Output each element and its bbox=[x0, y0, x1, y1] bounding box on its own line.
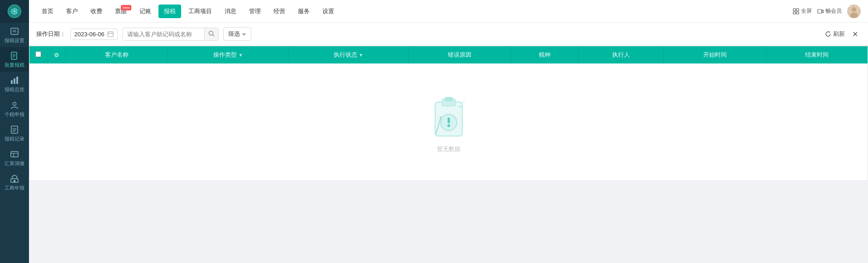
svg-rect-25 bbox=[796, 12, 799, 14]
page-body: ⚙ 客户名称 操作类型 ▼ 执行状态 bbox=[29, 46, 868, 181]
date-value: 2023-06-06 bbox=[74, 31, 105, 38]
search-icon bbox=[208, 30, 215, 37]
nav-item-clients[interactable]: 客户 bbox=[61, 5, 83, 18]
nav-item-settings[interactable]: 设置 bbox=[317, 5, 340, 18]
nav-item-bookkeeping[interactable]: 记账 bbox=[134, 5, 157, 18]
empty-state: 暂无数据 bbox=[29, 63, 868, 180]
nav-item-billing[interactable]: 收费 bbox=[85, 5, 108, 18]
svg-rect-40 bbox=[447, 117, 450, 123]
svg-rect-38 bbox=[445, 97, 453, 102]
svg-point-28 bbox=[852, 7, 856, 12]
topnav: 首页 客户 收费 票据 new 记账 报税 工商项目 消息 bbox=[29, 0, 868, 23]
app-logo-icon bbox=[8, 5, 21, 18]
sidebar-item-label: 报税记录 bbox=[5, 136, 24, 142]
close-button[interactable]: ✕ bbox=[849, 29, 861, 39]
svg-rect-22 bbox=[793, 9, 796, 11]
svg-rect-11 bbox=[16, 77, 18, 84]
personal-tax-icon bbox=[10, 100, 19, 110]
th-settings: ⚙ bbox=[48, 46, 66, 63]
th-operation-type: 操作类型 ▼ bbox=[168, 46, 288, 63]
sidebar-item-tax-settings[interactable]: 报税设置 bbox=[0, 23, 29, 47]
sidebar-item-tax-overview[interactable]: 报税总览 bbox=[0, 72, 29, 96]
svg-line-45 bbox=[462, 101, 465, 103]
th-client-name: 客户名称 bbox=[66, 46, 168, 63]
chevron-down-icon bbox=[242, 32, 246, 36]
sidebar-item-annual-report[interactable]: 工商年报 bbox=[0, 170, 29, 195]
filter-button[interactable]: 筛选 bbox=[223, 27, 251, 41]
svg-rect-13 bbox=[11, 126, 18, 133]
th-end-time: 结束时间 bbox=[766, 46, 868, 63]
sidebar-item-batch-tax[interactable]: 批量报税 bbox=[0, 47, 29, 72]
nav-item-messages[interactable]: 消息 bbox=[219, 5, 242, 18]
sidebar-item-label: 批量报税 bbox=[5, 62, 24, 68]
date-label: 操作日期： bbox=[36, 30, 66, 38]
refresh-icon bbox=[825, 31, 831, 37]
refresh-button[interactable]: 刷新 bbox=[825, 30, 845, 38]
sidebar-item-label: 报税设置 bbox=[5, 38, 24, 44]
content-area: 操作日期： 2023-06-06 bbox=[29, 23, 868, 263]
sidebar-item-label: 汇算清缴 bbox=[5, 161, 24, 166]
sort-icon: ▼ bbox=[239, 53, 243, 58]
toolbar: 操作日期： 2023-06-06 bbox=[29, 23, 868, 46]
sidebar: 报税设置 批量报税 报税总览 bbox=[0, 0, 29, 263]
nav-item-services[interactable]: 服务 bbox=[293, 5, 315, 18]
page-content: 操作日期： 2023-06-06 bbox=[29, 23, 868, 263]
user-avatar[interactable] bbox=[847, 5, 861, 18]
fullscreen-btn[interactable]: 全屏 bbox=[793, 7, 812, 15]
batch-tax-icon bbox=[10, 51, 19, 61]
svg-rect-23 bbox=[796, 9, 799, 11]
sidebar-logo bbox=[0, 0, 29, 23]
nav-item-home[interactable]: 首页 bbox=[36, 5, 59, 18]
nav-item-finance[interactable]: 经营 bbox=[268, 5, 291, 18]
svg-rect-17 bbox=[11, 151, 18, 157]
svg-point-34 bbox=[209, 31, 213, 35]
sidebar-item-label: 个税申报 bbox=[5, 112, 24, 117]
svg-rect-26 bbox=[818, 10, 822, 13]
sort-icon: ▼ bbox=[359, 53, 363, 58]
svg-rect-2 bbox=[11, 28, 18, 34]
svg-point-41 bbox=[447, 124, 450, 127]
svg-rect-21 bbox=[14, 180, 15, 182]
th-tax-type: 税种 bbox=[511, 46, 579, 63]
tax-records-icon bbox=[10, 125, 19, 135]
svg-point-44 bbox=[459, 105, 461, 108]
empty-illustration bbox=[426, 91, 471, 145]
svg-point-12 bbox=[13, 102, 16, 105]
table-container: ⚙ 客户名称 操作类型 ▼ 执行状态 bbox=[29, 46, 868, 180]
svg-rect-10 bbox=[14, 78, 15, 84]
settings-icon: ⚙ bbox=[54, 52, 59, 58]
tax-settings-icon bbox=[10, 26, 19, 36]
sidebar-item-settlement[interactable]: 汇算清缴 bbox=[0, 146, 29, 170]
topnav-items: 首页 客户 收费 票据 new 记账 报税 工商项目 消息 bbox=[36, 5, 793, 18]
th-exec-status: 执行状态 ▼ bbox=[288, 46, 409, 63]
svg-line-35 bbox=[212, 34, 214, 36]
th-start-time: 开始时间 bbox=[664, 46, 766, 63]
empty-text: 暂无数据 bbox=[437, 145, 460, 153]
calendar-icon bbox=[107, 31, 114, 37]
svg-rect-30 bbox=[108, 32, 113, 37]
topnav-right: 全屏 畅会员 bbox=[793, 5, 861, 18]
nav-item-business[interactable]: 工商项目 bbox=[183, 5, 217, 18]
search-button[interactable] bbox=[204, 28, 218, 40]
tax-overview-icon bbox=[10, 75, 19, 85]
date-picker[interactable]: 2023-06-06 bbox=[70, 29, 118, 40]
nav-item-management[interactable]: 管理 bbox=[244, 5, 266, 18]
th-executor: 执行人 bbox=[579, 46, 664, 63]
sidebar-item-tax-records[interactable]: 报税记录 bbox=[0, 121, 29, 146]
svg-rect-24 bbox=[793, 12, 796, 14]
svg-rect-9 bbox=[11, 80, 13, 84]
search-wrapper bbox=[122, 28, 219, 41]
fullscreen-icon bbox=[793, 8, 799, 15]
search-input[interactable] bbox=[123, 29, 204, 40]
sidebar-item-label: 工商年报 bbox=[5, 185, 24, 191]
svg-point-1 bbox=[13, 10, 16, 13]
nav-item-invoices[interactable]: 票据 new bbox=[110, 5, 132, 18]
main-wrapper: 首页 客户 收费 票据 new 记账 报税 工商项目 消息 bbox=[29, 0, 868, 263]
sidebar-item-personal-tax[interactable]: 个税申报 bbox=[0, 97, 29, 121]
sidebar-item-label: 报税总览 bbox=[5, 87, 24, 93]
nav-item-tax[interactable]: 报税 bbox=[158, 5, 181, 18]
member-btn[interactable]: 畅会员 bbox=[817, 7, 842, 15]
select-all-checkbox[interactable] bbox=[35, 51, 41, 57]
th-error-reason: 错误原因 bbox=[408, 46, 511, 63]
video-icon bbox=[817, 8, 824, 15]
